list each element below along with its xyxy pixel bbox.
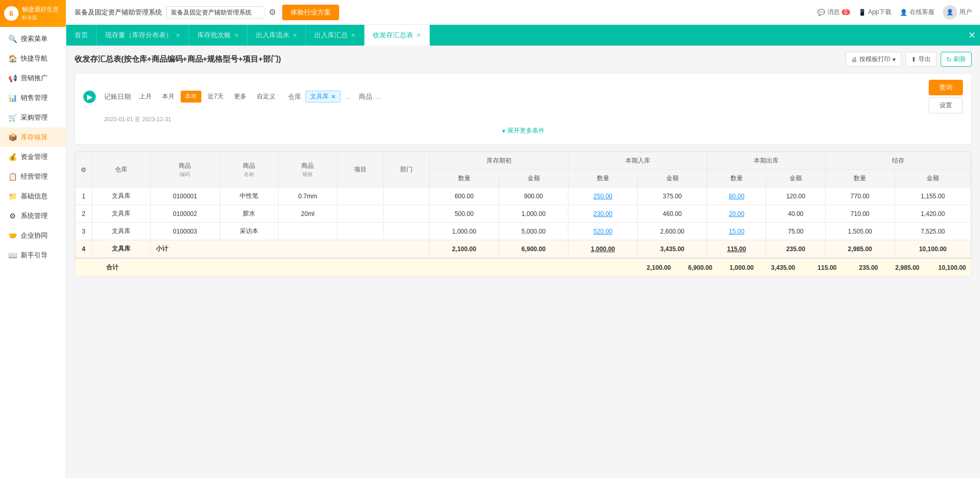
sidebar-item-quick-nav[interactable]: 🏠快捷导航 — [0, 49, 66, 68]
tab-close-inout-summary[interactable]: ✕ — [351, 32, 356, 39]
tab-inout-summary[interactable]: 出入库汇总✕ — [306, 25, 364, 46]
online-service-action[interactable]: 👤 在线客服 — [900, 8, 934, 17]
nav-label-quick-nav: 快捷导航 — [21, 54, 48, 63]
warehouse-more[interactable]: ... — [345, 93, 350, 100]
cell-closing-qty-2: 1,505.00 — [825, 223, 895, 240]
collapse-arrow[interactable]: ▶ — [83, 91, 96, 103]
sidebar-item-inventory[interactable]: 📦库存核算 — [0, 127, 66, 147]
tab-close-inventory-dist[interactable]: ✕ — [175, 32, 180, 39]
query-btn[interactable]: 查询 — [929, 80, 963, 95]
tab-label-inout-summary: 出入库汇总 — [314, 31, 348, 40]
cell-out-qty-2[interactable]: 15.00 — [707, 223, 766, 240]
nav-label-search: 搜索菜单 — [21, 34, 48, 44]
table-settings-col[interactable]: ⚙ — [76, 152, 92, 187]
sidebar-item-sales[interactable]: 📊销售管理 — [0, 88, 66, 108]
date-range-row: 2023-01-01 至 2023-12-31 — [83, 114, 963, 123]
date-last-month[interactable]: 上月 — [135, 91, 156, 103]
goods-more[interactable]: ... — [376, 93, 382, 100]
th-closing-amt: 金额 — [895, 170, 971, 187]
expand-row[interactable]: ▾ 展开更多条件 — [83, 123, 963, 138]
cell-opening-amt-2: 5,000.00 — [499, 223, 568, 240]
table-card: ⚙ 仓库 商品编码 商品名称 商品规格 项目 部门 库存期初 本期入库 本期出库… — [75, 151, 972, 277]
print-btn[interactable]: 🖨 按模板打印 ▾ — [845, 52, 901, 67]
sidebar-logo: 6 畅捷通好生意 标准版 — [0, 0, 66, 27]
date-label: 记账日期 — [104, 92, 131, 102]
cell-no-0: 1 — [76, 187, 92, 205]
warehouse-filter: 仓库 文具库 ✕ ... — [288, 91, 350, 103]
th-name: 商品名称 — [220, 152, 278, 187]
th-out-qty: 数量 — [707, 170, 766, 187]
cell-out-qty-0[interactable]: 80.00 — [707, 187, 766, 205]
date-custom[interactable]: 自定义 — [253, 91, 280, 103]
th-group-opening: 库存期初 — [430, 152, 568, 170]
sidebar-item-basic-info[interactable]: 📁基础信息 — [0, 186, 66, 206]
page-title: 收发存汇总表(按仓库+商品编码+商品+规格型号+项目+部门) — [75, 54, 281, 64]
setting-btn[interactable]: 设置 — [929, 97, 963, 113]
tab-inout-flow[interactable]: 出入库流水✕ — [247, 25, 306, 46]
experience-btn[interactable]: 体验行业方案 — [282, 5, 339, 20]
warehouse-label: 仓库 — [288, 92, 301, 102]
export-btn[interactable]: ⬆ 导出 — [905, 52, 937, 67]
subtotal-warehouse: 文具库 — [92, 240, 151, 258]
sidebar-item-marketing[interactable]: 📢营销推广 — [0, 68, 66, 88]
system-select[interactable]: 装备及固定资产辅助管理系统 — [166, 6, 265, 19]
sidebar-item-finance[interactable]: 💰资金管理 — [0, 147, 66, 167]
user-action[interactable]: 👤 用户 — [943, 5, 972, 20]
refresh-icon: ↻ — [946, 56, 952, 63]
message-action[interactable]: 💬 消息 6 — [817, 8, 850, 17]
tab-close-receive-summary[interactable]: ✕ — [416, 32, 421, 39]
th-warehouse: 仓库 — [92, 152, 151, 187]
subtotal-row: 4 文具库 小计 2,100.00 6,900.00 1,000.00 3,43… — [76, 240, 971, 258]
filter-actions: 查询 设置 — [929, 80, 963, 113]
warehouse-tag-close[interactable]: ✕ — [331, 93, 336, 100]
phone-icon: 📱 — [858, 9, 866, 16]
tab-inventory-dist[interactable]: 现存量（库存分布表）✕ — [97, 25, 189, 46]
close-all-tabs-icon[interactable]: ✕ — [968, 30, 976, 40]
cell-spec-0: 0.7mm — [278, 187, 337, 205]
tab-close-batch[interactable]: ✕ — [234, 32, 239, 39]
tab-home[interactable]: 首页 — [66, 25, 97, 46]
table-row: 3 文具库 0100003 采访本 1,000.00 5,000.00 520.… — [76, 223, 971, 240]
sidebar-item-system[interactable]: ⚙系统管理 — [0, 206, 66, 226]
cell-in-amt-2: 2,600.00 — [638, 223, 707, 240]
date-more[interactable]: 更多 — [230, 91, 251, 103]
tab-label-inventory-dist: 现存量（库存分布表） — [105, 31, 172, 40]
cell-project-2 — [337, 223, 383, 240]
cell-closing-amt-2: 7,525.00 — [895, 223, 971, 240]
tab-batch[interactable]: 库存批次账✕ — [189, 25, 247, 46]
cell-no-1: 2 — [76, 205, 92, 223]
date-this-month[interactable]: 本月 — [158, 91, 179, 103]
th-opening-amt: 金额 — [499, 170, 568, 187]
date-7days[interactable]: 近7天 — [203, 91, 228, 103]
sidebar-item-purchase[interactable]: 🛒采购管理 — [0, 108, 66, 127]
tab-container: 首页现存量（库存分布表）✕库存批次账✕出入库流水✕出入库汇总✕收发存汇总表✕ — [66, 25, 430, 46]
expand-label: 展开更多条件 — [507, 126, 545, 135]
subtotal-label: 小计 — [150, 240, 429, 258]
sidebar-item-search[interactable]: 🔍搜索菜单 — [0, 29, 66, 49]
logo-icon: 6 — [4, 6, 19, 21]
cell-closing-qty-0: 770.00 — [825, 187, 895, 205]
app-download-action[interactable]: 📱 App下载 — [858, 8, 891, 17]
tab-close-inout-flow[interactable]: ✕ — [292, 32, 297, 39]
th-code: 商品编码 — [150, 152, 220, 187]
table-footer: 合计 2,100.00 6,900.00 1,000.00 3,435.00 1… — [75, 258, 971, 276]
cell-in-qty-1[interactable]: 230.00 — [568, 205, 638, 223]
tab-receive-summary[interactable]: 收发存汇总表✕ — [364, 25, 430, 46]
cell-out-qty-1[interactable]: 20.00 — [707, 205, 766, 223]
sidebar-item-operation[interactable]: 📋经营管理 — [0, 167, 66, 186]
table-row: 2 文具库 0100002 胶水 20ml 500.00 1,000.00 23… — [76, 205, 971, 223]
cell-opening-qty-0: 600.00 — [430, 187, 499, 205]
cell-in-qty-2[interactable]: 520.00 — [568, 223, 638, 240]
sidebar-item-enterprise[interactable]: 🤝企业协同 — [0, 226, 66, 245]
cell-opening-amt-0: 900.00 — [499, 187, 568, 205]
date-this-year[interactable]: 本年 — [181, 91, 201, 103]
refresh-btn[interactable]: ↻ 刷新 — [941, 52, 972, 67]
table-row: 1 文具库 0100001 中性笔 0.7mm 600.00 900.00 25… — [76, 187, 971, 205]
settings-icon[interactable]: ⚙ — [269, 7, 276, 17]
sidebar-item-guide[interactable]: 📖新手引导 — [0, 245, 66, 265]
chevron-down-icon: ▾ — [893, 56, 896, 63]
total-closing-qty: 2,985.00 — [878, 264, 919, 271]
cell-in-qty-0[interactable]: 250.00 — [568, 187, 638, 205]
warehouse-tag-text: 文具库 — [310, 92, 329, 101]
filter-row: ▶ 记账日期 上月 本月 本年 近7天 更多 自定义 仓库 — [83, 80, 963, 113]
